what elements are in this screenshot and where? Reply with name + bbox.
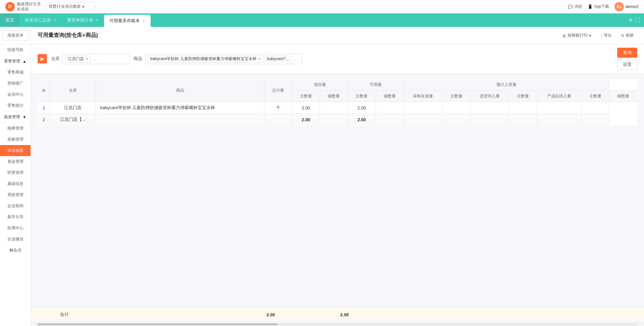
row2-unit [264, 114, 292, 126]
sidebar-search-area: 搜索菜单 [0, 27, 31, 44]
row1-purchase-aux [442, 102, 470, 114]
horizontal-scrollbar[interactable] [31, 322, 644, 326]
table-row: 1 江北门店 babycare学饮杯 儿童防摔防撞吸管杯重力球吸嘴杯宝宝水杯 个… [38, 102, 637, 114]
warehouse-tag: 江北门店 ✕ [65, 55, 91, 62]
sidebar-item-marketing[interactable]: 营销推广 [0, 78, 31, 89]
table-footer: 合计 2.00 2.00 [31, 307, 644, 322]
order-stats-label: 要货单统计表 [67, 17, 93, 23]
product-filter: 商品 babycare学饮杯 儿童防摔防撞吸管杯重力球吸嘴杯宝宝水杯 ✕ bab… [133, 54, 302, 64]
sidebar-item-inventory[interactable]: 库存核算 [0, 145, 31, 156]
th-production-aux: 辅数量 [609, 91, 637, 102]
tab-available-inventory[interactable]: 可用量库存账本 ✕ [104, 15, 151, 27]
sidebar-item-base-info[interactable]: 基础信息 [0, 178, 31, 189]
close-available-inventory[interactable]: ✕ [142, 18, 145, 23]
available-inventory-label: 可用量库存账本 [109, 18, 140, 24]
sidebar-item-enterprise[interactable]: 企业协同 [0, 200, 31, 212]
export-button[interactable]: ↑ 导出 [597, 31, 615, 40]
close-all-tabs[interactable]: ✕ [629, 17, 633, 23]
sidebar-item-operations[interactable]: 经营管理 [0, 167, 31, 178]
search-menu-button[interactable]: 搜索菜单 [3, 30, 28, 41]
row1-current-main: 2.00 [292, 102, 320, 114]
sidebar-item-ecommerce[interactable]: 电商管理 [0, 123, 31, 134]
row2-incoming-main [470, 114, 509, 126]
refresh-button[interactable]: ↻ 刷新 [618, 31, 637, 40]
filter-area: ▶ 仓库 江北门店 ✕ ... 商品 babycare学饮杯 儿童防摔防撞吸管杯… [31, 44, 644, 74]
sidebar-item-retail-mall[interactable]: 零售商城 [0, 67, 31, 78]
sidebar-group-wholesale: 批发管理 ▼ [0, 111, 31, 123]
row1-purchase-main [404, 102, 442, 114]
sidebar-item-retail-stats[interactable]: 零售统计 [0, 100, 31, 111]
row2-current-main: 2.00 [292, 114, 320, 126]
logo-text: 畅捷通好生意 标准版 [17, 2, 41, 11]
th-current-aux: 辅数量 [320, 91, 348, 102]
th-incoming-main: 主数量 [509, 91, 537, 102]
row1-incoming-aux [509, 102, 537, 114]
sidebar-item-newguide[interactable]: 新手引导 [0, 212, 31, 223]
home-tab-label: 首页 [5, 17, 14, 23]
product-tag1: babycare学饮杯 儿童防摔防撞吸管杯重力球吸嘴杯宝宝水杯 ✕ [148, 55, 263, 62]
total-available-main: 2.00 [326, 312, 363, 317]
sidebar-item-system[interactable]: 系统管理 [0, 189, 31, 200]
close-order-stats[interactable]: ✕ [95, 18, 99, 22]
message-button[interactable]: 💬 消息 [568, 4, 582, 9]
th-production-label: 产成品待入量 [537, 91, 581, 102]
app-download-button[interactable]: 📱 App下载 [588, 4, 609, 9]
expand-tabs[interactable]: ⛶ [635, 17, 640, 23]
filter-toggle-button[interactable]: ▶ [38, 54, 47, 63]
row1-avail-aux [376, 102, 404, 114]
tab-receive-summary[interactable]: 收发存汇总表 ✕ [19, 13, 62, 27]
scrollbar-thumb[interactable] [38, 323, 277, 325]
tenant-selector[interactable]: 母婴行业演示账套 ▾ [45, 2, 95, 11]
sidebar-item-vip[interactable]: 畅会员 [0, 245, 31, 256]
sidebar-item-wechat[interactable]: 企业微信 [0, 234, 31, 245]
receive-summary-label: 收发存汇总表 [25, 17, 51, 23]
row1-current-aux [320, 102, 348, 114]
page-title: 可用量查询(按仓库+商品) [38, 32, 98, 39]
th-current-stock: 现存量 [292, 79, 348, 91]
sidebar-item-members[interactable]: 会员中心 [0, 89, 31, 100]
close-receive-summary[interactable]: ✕ [53, 18, 56, 22]
table-row: 2 江北门店【... 2.00 2.00 [38, 114, 637, 126]
logo-icon: 好 [5, 2, 15, 11]
row1-avail-main: 2.00 [348, 102, 376, 114]
remove-warehouse-tag[interactable]: ✕ [85, 57, 88, 61]
row2-product [96, 114, 264, 126]
warehouse-more[interactable]: ... [92, 56, 98, 61]
th-settings[interactable]: ⚙ [38, 79, 50, 102]
user-profile[interactable]: Ea demo2 [614, 2, 639, 11]
top-bar: 好 畅捷通好生意 标准版 母婴行业演示账套 ▾ 💬 消息 📱 App下载 Ea … [0, 0, 644, 13]
sidebar-item-appcenter[interactable]: 应用中心 [0, 223, 31, 234]
query-button[interactable]: 查询 [617, 48, 637, 58]
table-container: ⚙ 仓库 商品 主计量 现存量 可用量 预计入库量 主数量 辅数量 主数量 辅数… [31, 74, 644, 307]
product-label: 商品 [133, 56, 142, 62]
row2-production-aux [581, 114, 609, 126]
row1-production-main [537, 102, 581, 114]
row1-incoming-main [470, 102, 509, 114]
arrow-right-icon: ▶ [41, 56, 44, 61]
sidebar-item-finance[interactable]: 资金管理 [0, 156, 31, 167]
tab-order-stats[interactable]: 要货单统计表 ✕ [62, 13, 104, 27]
th-avail-aux: 辅数量 [376, 91, 404, 102]
sidebar-group-retail: 零售管理 ▲ 零售商城 营销推广 会员中心 零售统计 [0, 56, 31, 111]
warehouse-input[interactable]: 江北门店 ✕ ... [62, 54, 129, 64]
page-actions: 🖨 按模板打印 ▾ ↑ 导出 ↻ 刷新 [559, 31, 637, 40]
avatar: Ea [614, 2, 624, 11]
sidebar-group-wholesale-header[interactable]: 批发管理 ▼ [0, 111, 31, 123]
tab-home[interactable]: 首页 [0, 13, 19, 27]
logo-area: 好 畅捷通好生意 标准版 [5, 2, 41, 11]
print-template-button[interactable]: 🖨 按模板打印 ▾ [559, 31, 594, 40]
row2-purchase-main [404, 114, 442, 126]
sidebar-group-retail-header[interactable]: 零售管理 ▲ [0, 56, 31, 67]
sidebar-item-purchase[interactable]: 采购管理 [0, 134, 31, 145]
settings-button[interactable]: 设置 [617, 59, 637, 70]
th-product: 商品 [96, 79, 264, 102]
th-purchase-main: 主数量 [442, 91, 470, 102]
top-bar-left: 好 畅捷通好生意 标准版 母婴行业演示账套 ▾ [5, 2, 95, 11]
product-more[interactable]: ... [293, 56, 299, 61]
remove-product-tag1[interactable]: ✕ [258, 57, 261, 61]
mobile-icon: 📱 [588, 4, 593, 9]
th-forecast-in: 预计入库量 [404, 79, 609, 91]
chevron-down-icon2: ▼ [22, 115, 26, 120]
product-input[interactable]: babycare学饮杯 儿童防摔防撞吸管杯重力球吸嘴杯宝宝水杯 ✕ babyca… [145, 54, 302, 64]
sidebar-item-quick-nav[interactable]: 快捷导航 [0, 44, 31, 56]
